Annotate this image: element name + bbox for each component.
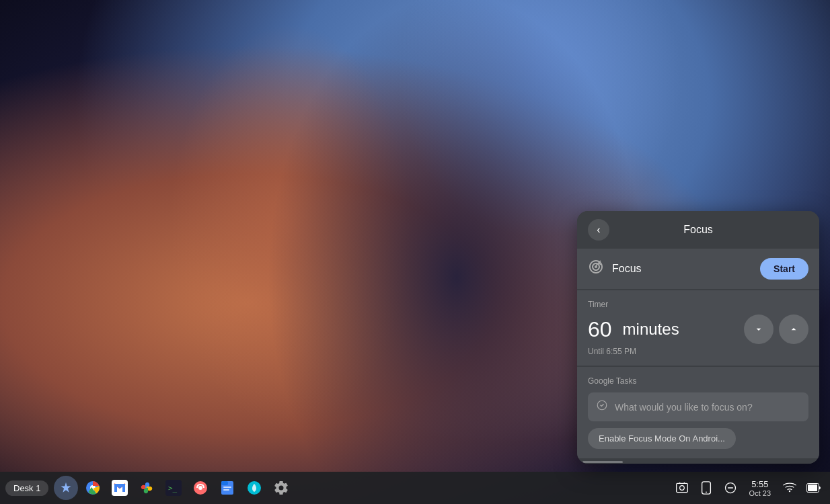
google-photos-button[interactable] xyxy=(135,476,159,500)
battery-icon xyxy=(803,477,825,499)
clock-time: 5:55 xyxy=(751,479,768,489)
panel-scroll-indicator xyxy=(577,460,819,464)
focus-start-button[interactable]: Start xyxy=(760,258,808,280)
svg-point-9 xyxy=(198,486,202,490)
desk-label[interactable]: Desk 1 xyxy=(5,480,48,496)
timer-increment-button[interactable] xyxy=(779,314,808,344)
tasks-input-icon xyxy=(596,399,608,415)
clock-date-text: Oct 23 xyxy=(749,489,771,497)
svg-point-18 xyxy=(706,491,707,493)
timer-unit: minutes xyxy=(623,320,679,339)
taskbar-right: 5:55 Oct 23 xyxy=(671,477,825,499)
files-button[interactable] xyxy=(215,476,239,500)
wifi-icon xyxy=(779,477,800,499)
timer-section: Timer 60 minutes Until 6:55 PM xyxy=(577,290,819,366)
tasks-input-placeholder: What would you like to focus on? xyxy=(615,402,753,413)
terminal-button[interactable]: >_ xyxy=(161,476,186,500)
back-button[interactable]: ‹ xyxy=(588,219,609,241)
scroll-thumb xyxy=(582,461,623,463)
svg-rect-13 xyxy=(223,489,229,491)
clock-date[interactable]: 5:55 Oct 23 xyxy=(744,478,776,499)
tasks-input-row[interactable]: What would you like to focus on? xyxy=(588,392,808,421)
focus-mode-icon xyxy=(588,259,604,279)
focus-mode-label: Focus xyxy=(612,263,752,275)
timer-label: Timer xyxy=(588,300,808,309)
app1-button[interactable] xyxy=(188,476,213,500)
focus-panel-header: ‹ Focus xyxy=(577,211,819,249)
focus-panel-title: Focus xyxy=(609,224,787,236)
timer-controls xyxy=(744,314,808,344)
google-tasks-label: Google Tasks xyxy=(588,376,808,386)
timer-value: 60 xyxy=(588,317,612,342)
do-not-disturb-button[interactable] xyxy=(720,477,741,499)
settings-button[interactable] xyxy=(269,476,293,500)
svg-rect-22 xyxy=(808,485,817,491)
focus-row: Focus Start xyxy=(577,249,819,289)
svg-rect-11 xyxy=(221,481,228,485)
taskbar: Desk 1 xyxy=(0,472,830,504)
enable-focus-android-button[interactable]: Enable Focus Mode On Androi... xyxy=(588,428,736,449)
screenshot-button[interactable] xyxy=(671,477,693,499)
focus-panel: ‹ Focus Focus Start Timer 60 minutes xyxy=(577,211,819,464)
svg-rect-15 xyxy=(676,483,687,492)
tasks-section: Google Tasks What would you like to focu… xyxy=(577,367,819,458)
launcher-button[interactable] xyxy=(54,476,78,500)
svg-point-20 xyxy=(789,491,791,493)
timer-row: 60 minutes xyxy=(588,314,808,344)
timer-until-text: Until 6:55 PM xyxy=(588,347,808,356)
chrome-icon-button[interactable] xyxy=(81,476,105,500)
svg-text:>_: >_ xyxy=(168,484,178,493)
svg-rect-12 xyxy=(223,487,231,488)
phone-hub-button[interactable] xyxy=(695,477,717,499)
app2-button[interactable] xyxy=(242,476,266,500)
svg-point-16 xyxy=(679,486,684,491)
timer-decrement-button[interactable] xyxy=(744,314,774,344)
gmail-button[interactable] xyxy=(108,476,132,500)
